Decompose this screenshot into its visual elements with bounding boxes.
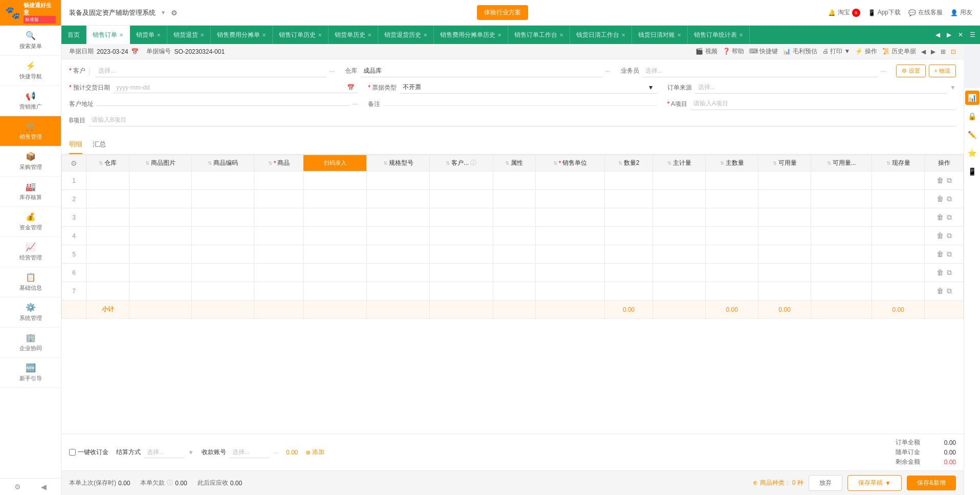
- table-cell[interactable]: [129, 264, 191, 282]
- help-action[interactable]: ❓ 帮助: [723, 47, 744, 56]
- print-action[interactable]: 🖨 打印 ▼: [822, 47, 851, 56]
- table-wrapper[interactable]: ⚙ ⇅仓库 ⇅商品图片 ⇅商品编码: [61, 155, 964, 434]
- table-cell[interactable]: [493, 208, 536, 227]
- bank-account-select[interactable]: 选择...: [229, 447, 270, 458]
- discard-button[interactable]: 放弃: [809, 475, 842, 491]
- sidebar-item-sales[interactable]: 🛒 销售管理: [0, 116, 61, 146]
- notifications-item[interactable]: 🔔 淘宝 9: [828, 8, 860, 17]
- table-cell[interactable]: [429, 282, 493, 300]
- table-cell[interactable]: [129, 282, 191, 300]
- table-cell[interactable]: [86, 208, 129, 227]
- bank-account-more-icon[interactable]: ···: [273, 449, 278, 456]
- table-cell[interactable]: [811, 282, 872, 300]
- nav-tab-return-history-close[interactable]: ✕: [423, 32, 427, 38]
- side-panel-mobile-icon[interactable]: 📱: [965, 164, 979, 179]
- table-cell[interactable]: [254, 208, 303, 227]
- header-nav-right[interactable]: ▶: [931, 48, 935, 55]
- table-cell[interactable]: [367, 282, 429, 300]
- quick-payment-checkbox[interactable]: 一键收订金: [69, 448, 108, 457]
- nav-tab-workbench-close[interactable]: ✕: [559, 32, 563, 38]
- table-cell[interactable]: [706, 264, 758, 282]
- warehouse-more-icon[interactable]: ···: [605, 68, 611, 75]
- nav-tab-expense[interactable]: 销售费用分摊单 ✕: [211, 26, 273, 44]
- table-cell[interactable]: [493, 171, 536, 190]
- table-cell[interactable]: [872, 208, 925, 227]
- nav-tab-home[interactable]: 首页: [61, 26, 86, 44]
- table-cell[interactable]: [653, 264, 706, 282]
- table-cell[interactable]: [303, 227, 367, 245]
- detail-tab-summary[interactable]: 汇总: [93, 136, 106, 154]
- delivery-date-cal-icon[interactable]: 📅: [347, 84, 355, 91]
- image-sort-icon[interactable]: ⇅: [145, 160, 149, 166]
- table-cell[interactable]: [192, 208, 254, 227]
- row-delete-icon[interactable]: 🗑: [937, 250, 944, 259]
- table-cell[interactable]: [303, 171, 367, 190]
- table-cell[interactable]: [653, 245, 706, 264]
- nav-tab-bill-history-close[interactable]: ✕: [367, 32, 372, 38]
- table-cell[interactable]: [254, 190, 303, 208]
- table-cell[interactable]: [758, 245, 811, 264]
- add-payment-button[interactable]: ⊕ 添加: [306, 448, 324, 457]
- table-cell[interactable]: [653, 227, 706, 245]
- row-delete-icon[interactable]: 🗑: [937, 231, 944, 240]
- table-cell[interactable]: [429, 190, 493, 208]
- order-source-input[interactable]: 选择...: [695, 81, 947, 94]
- profit-action[interactable]: 📊 毛利预估: [783, 47, 817, 56]
- nav-tab-daily-recon[interactable]: 钱货日清对账 ✕: [632, 26, 688, 44]
- nav-tab-return[interactable]: 销货退货 ✕: [167, 26, 211, 44]
- operation-action[interactable]: ⚡ 操作: [855, 47, 877, 56]
- add-material-button[interactable]: + 物流: [929, 64, 956, 77]
- sidebar-item-guide[interactable]: 🆕 新手引导: [0, 358, 61, 388]
- table-cell[interactable]: [872, 227, 925, 245]
- nav-tab-daily-recon-close[interactable]: ✕: [677, 32, 681, 38]
- table-cell[interactable]: [303, 245, 367, 264]
- table-cell[interactable]: [429, 171, 493, 190]
- warehouse-value[interactable]: 成品库: [360, 65, 602, 77]
- table-cell[interactable]: [536, 208, 605, 227]
- warehouse-sort-icon[interactable]: ⇅: [99, 160, 103, 166]
- table-cell[interactable]: [604, 171, 652, 190]
- settings-col-icon[interactable]: ⚙: [71, 159, 77, 167]
- header-nav-left[interactable]: ◀: [921, 48, 926, 55]
- save-draft-dropdown[interactable]: ▼: [885, 480, 891, 487]
- stock-sort-icon[interactable]: ⇅: [886, 160, 890, 166]
- sidebar-item-inventory[interactable]: 🏭 库存核算: [0, 177, 61, 207]
- table-cell[interactable]: [429, 264, 493, 282]
- table-cell[interactable]: [872, 190, 925, 208]
- table-cell[interactable]: [536, 264, 605, 282]
- table-cell[interactable]: [811, 208, 872, 227]
- table-cell[interactable]: [192, 264, 254, 282]
- product-types-icon[interactable]: ⊕: [753, 479, 758, 486]
- table-cell[interactable]: [706, 282, 758, 300]
- sidebar-item-system[interactable]: ⚙️ 系统管理: [0, 297, 61, 328]
- table-cell[interactable]: [536, 190, 605, 208]
- nav-tab-sales-order-close[interactable]: ✕: [119, 32, 123, 38]
- settings-button[interactable]: ⚙ 设置: [896, 64, 925, 77]
- row-delete-icon[interactable]: 🗑: [937, 195, 944, 203]
- customer-code-sort-icon[interactable]: ⇅: [446, 160, 450, 166]
- table-cell[interactable]: [536, 282, 605, 300]
- table-cell[interactable]: [129, 171, 191, 190]
- table-cell[interactable]: [493, 190, 536, 208]
- table-cell[interactable]: [811, 171, 872, 190]
- sidebar-collapse-icon[interactable]: ◀: [41, 483, 47, 491]
- table-cell[interactable]: [254, 171, 303, 190]
- table-cell[interactable]: [303, 264, 367, 282]
- table-cell[interactable]: [129, 227, 191, 245]
- table-cell[interactable]: [493, 282, 536, 300]
- user-item[interactable]: 👤 用友: [950, 8, 972, 17]
- topbar-dropdown-icon[interactable]: ▼: [161, 10, 166, 15]
- table-cell[interactable]: [811, 264, 872, 282]
- table-cell[interactable]: [192, 190, 254, 208]
- side-panel-edit-icon[interactable]: ✏️: [965, 127, 979, 142]
- table-cell[interactable]: [653, 208, 706, 227]
- sidebar-settings-icon[interactable]: ⚙: [14, 483, 21, 491]
- table-cell[interactable]: [192, 171, 254, 190]
- table-cell[interactable]: [367, 208, 429, 227]
- industry-solution-button[interactable]: 体验行业方案: [477, 5, 528, 20]
- nav-tab-order-history[interactable]: 销售订单历史 ✕: [273, 26, 329, 44]
- table-cell[interactable]: [303, 190, 367, 208]
- sidebar-item-quicknav[interactable]: ⚡ 快捷导航: [0, 56, 61, 86]
- nav-tab-sales-bill-close[interactable]: ✕: [157, 32, 161, 38]
- shortcut-action[interactable]: ⌨ 快捷键: [749, 47, 778, 56]
